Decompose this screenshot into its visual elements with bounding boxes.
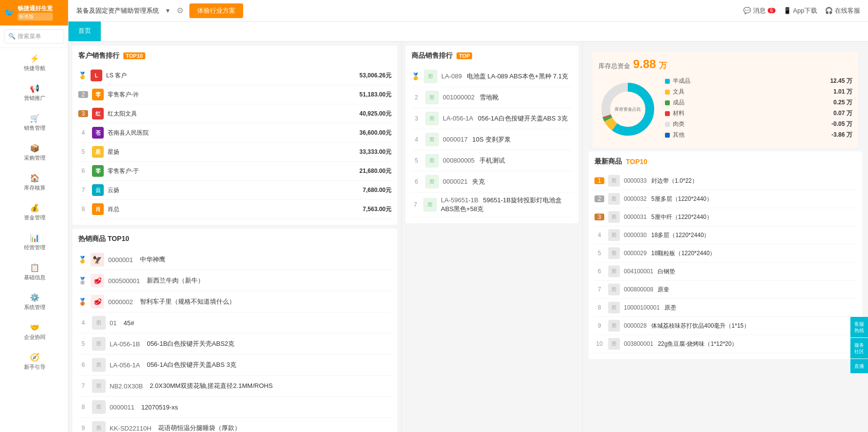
guide-icon: 🧭 bbox=[30, 353, 40, 362]
sidebar-nav: ⚡ 快捷导航 📢 营销推广 🛒 销售管理 📦 采购管理 🏠 库存核算 💰 资金管… bbox=[0, 48, 68, 432]
customer-avatar-8: 肖 bbox=[92, 203, 104, 215]
mid-rank-2: 2 bbox=[411, 94, 421, 101]
rank-num-7: 7 bbox=[78, 187, 88, 193]
sidebar-item-finance[interactable]: 💰 资金管理 bbox=[0, 197, 68, 227]
newest-item: 2 图 0000032 5厘多层（1220*2440） bbox=[594, 190, 856, 208]
newest-info-10: 003800001 22g鱼豆腐-烧烤味（1*12*20） bbox=[624, 340, 856, 348]
customer-avatar-4: 苍 bbox=[92, 127, 104, 139]
product-img-3: 🥩 bbox=[91, 295, 104, 309]
hot-product-item: 🥇 🦅 0000001 中华神鹰 bbox=[78, 249, 391, 270]
mid-product-img-2: 图 bbox=[425, 91, 439, 104]
newest-item: 8 图 10000100001 原垄 bbox=[594, 299, 856, 317]
ranking-badge: TOP10 bbox=[123, 52, 145, 59]
rank-num-2: 2 bbox=[78, 91, 88, 98]
mid-rank-4: 4 bbox=[411, 136, 421, 143]
newest-img-7: 图 bbox=[608, 284, 620, 295]
newest-rank-10: 10 bbox=[594, 340, 604, 347]
service-community-button[interactable]: 服务社区 bbox=[850, 338, 868, 359]
sidebar-item-inventory[interactable]: 🏠 库存核算 bbox=[0, 168, 68, 197]
sidebar-item-purchase[interactable]: 📦 采购管理 bbox=[0, 138, 68, 168]
hot-rank-5: 5 bbox=[78, 340, 88, 347]
rank-num-5: 5 bbox=[78, 148, 88, 155]
mid-rank-5: 5 bbox=[411, 157, 421, 164]
online-service-button[interactable]: 🎧 在线客服 bbox=[825, 6, 860, 15]
customer-service-button[interactable]: 客服热线 bbox=[850, 317, 868, 337]
mid-rank-6: 6 bbox=[411, 178, 421, 185]
trial-button[interactable]: 体验行业方案 bbox=[189, 3, 243, 18]
sidebar-item-guide[interactable]: 🧭 新手引导 bbox=[0, 347, 68, 377]
rank-item: 2 零 零售客户-许 51,183.00元 bbox=[78, 85, 391, 104]
customer-ranking-title: 客户销售排行 TOP10 bbox=[78, 51, 391, 60]
sidebar-item-basics[interactable]: 📋 基础信息 bbox=[0, 257, 68, 287]
mid-product-img-3: 图 bbox=[425, 112, 439, 125]
newest-item: 10 图 003800001 22g鱼豆腐-烧烤味（1*12*20） bbox=[594, 335, 856, 353]
main-tabs: 首页 bbox=[69, 22, 868, 42]
customer-avatar-5: 星 bbox=[92, 146, 104, 158]
newest-item: 1 图 0000033 封边带（1.0*22） bbox=[594, 172, 856, 190]
app-download-button[interactable]: 📱 App下载 bbox=[783, 6, 817, 15]
sidebar-item-enterprise[interactable]: 🤝 企业协同 bbox=[0, 317, 68, 347]
sidebar-item-system[interactable]: ⚙️ 系统管理 bbox=[0, 287, 68, 317]
sidebar-item-sales[interactable]: 🛒 销售管理 bbox=[0, 108, 68, 138]
product-ranking-panel: 商品销售排行 TOP 🥇 图 LA-089 电池盖 LA-089 ABS本色+黑… bbox=[406, 46, 578, 223]
message-button[interactable]: 💬 消息 6 bbox=[743, 6, 776, 15]
newest-info-9: 0000028 体城荔枝味苏打饮品400毫升（1*15） bbox=[624, 322, 856, 330]
legend-dot-meat bbox=[665, 122, 670, 127]
rank-item: 3 红 红太阳文具 40,925.00元 bbox=[78, 104, 391, 123]
newest-item: 4 图 0000030 18多层（1220*2440） bbox=[594, 226, 856, 244]
newest-img-1: 图 bbox=[608, 175, 620, 187]
system-dropdown[interactable]: ▼ bbox=[165, 7, 171, 14]
system-icon: ⚙️ bbox=[30, 293, 40, 302]
hot-product-item: 4 图 01 45# bbox=[78, 312, 391, 334]
operations-icon: 📊 bbox=[30, 233, 40, 242]
legend-dot-product bbox=[665, 100, 670, 105]
mid-product-item: 6 图 0000021 夹克 bbox=[411, 171, 572, 192]
legend-item-semi: 半成品 12.45 万 bbox=[665, 77, 852, 85]
sidebar-item-marketing[interactable]: 📢 营销推广 bbox=[0, 78, 68, 108]
donut-center-label: 库存资金占比 bbox=[615, 106, 641, 113]
newest-rank-7: 7 bbox=[594, 286, 604, 293]
newest-rank-1: 1 bbox=[594, 177, 604, 184]
newest-item: 3 图 0000031 5厘中纤（1220*2440） bbox=[594, 208, 856, 226]
sidebar: 🐦 畅捷通好生意 标准版 🔍 搜索菜单 ⚡ 快捷导航 📢 营销推广 🛒 销售管理… bbox=[0, 0, 69, 432]
hot-medal-3: 🥉 bbox=[78, 298, 87, 306]
sidebar-item-operations[interactable]: 📊 经营管理 bbox=[0, 227, 68, 257]
search-icon: 🔍 bbox=[8, 33, 16, 40]
inventory-total-value: 9.88 万 bbox=[633, 57, 667, 71]
sidebar-search-container: 🔍 搜索菜单 bbox=[0, 25, 68, 48]
newest-item: 6 图 004100001 白钢垫 bbox=[594, 263, 856, 281]
quick-nav-icon: ⚡ bbox=[30, 54, 40, 63]
live-stream-button[interactable]: 直播 bbox=[850, 359, 868, 373]
newest-img-2: 图 bbox=[608, 193, 620, 205]
tab-home[interactable]: 首页 bbox=[69, 22, 101, 41]
product-img-1: 🦅 bbox=[91, 253, 104, 266]
search-menu-button[interactable]: 🔍 搜索菜单 bbox=[4, 29, 64, 44]
message-icon: 💬 bbox=[743, 7, 751, 14]
mid-rank-3: 3 bbox=[411, 115, 421, 122]
hot-product-item: 7 图 NB2.0X30B 2.0X30MM双搓花轴,搓花直径2.1MM/ROH… bbox=[78, 376, 391, 397]
legend-dot-semi bbox=[665, 79, 670, 84]
newest-img-3: 图 bbox=[608, 211, 620, 223]
phone-icon: 📱 bbox=[783, 7, 791, 14]
rank-item: 4 苍 苍南县人民医院 36,600.00元 bbox=[78, 123, 391, 143]
newest-top10-label: TOP10 bbox=[626, 158, 647, 166]
topbar: 装备及固定资产辅助管理系统 ▼ ⚙ 体验行业方案 💬 消息 6 📱 App下载 … bbox=[69, 0, 868, 22]
mid-product-item: 🥇 图 LA-089 电池盖 LA-089 ABS本色+黑种 7.1克 bbox=[411, 66, 572, 87]
newest-info-3: 0000031 5厘中纤（1220*2440） bbox=[624, 213, 856, 221]
newest-img-9: 图 bbox=[608, 320, 620, 332]
mid-product-item: 2 图 001000002 雪地靴 bbox=[411, 87, 572, 108]
rank-item: 6 零 零售客户-于 21,680.00元 bbox=[78, 162, 391, 181]
logo-text: 畅捷通好生意 bbox=[18, 5, 53, 13]
sidebar-item-quick-nav[interactable]: ⚡ 快捷导航 bbox=[0, 48, 68, 78]
newest-item: 9 图 0000028 体城荔枝味苏打饮品400毫升（1*15） bbox=[594, 317, 856, 335]
mid-product-img-1: 图 bbox=[424, 70, 437, 83]
newest-rank-2: 2 bbox=[594, 195, 604, 202]
newest-img-5: 图 bbox=[608, 247, 620, 259]
settings-icon[interactable]: ⚙ bbox=[177, 6, 183, 15]
hot-rank-8: 8 bbox=[78, 404, 88, 410]
legend-item-product: 成品 0.25 万 bbox=[665, 98, 852, 107]
middle-panel: 商品销售排行 TOP 🥇 图 LA-089 电池盖 LA-089 ABS本色+黑… bbox=[401, 42, 582, 432]
hot-product-item: 🥈 🥩 000500001 新西兰牛肉（新牛） bbox=[78, 270, 391, 291]
newest-rank-9: 9 bbox=[594, 322, 604, 329]
sidebar-logo[interactable]: 🐦 畅捷通好生意 标准版 bbox=[0, 0, 68, 25]
